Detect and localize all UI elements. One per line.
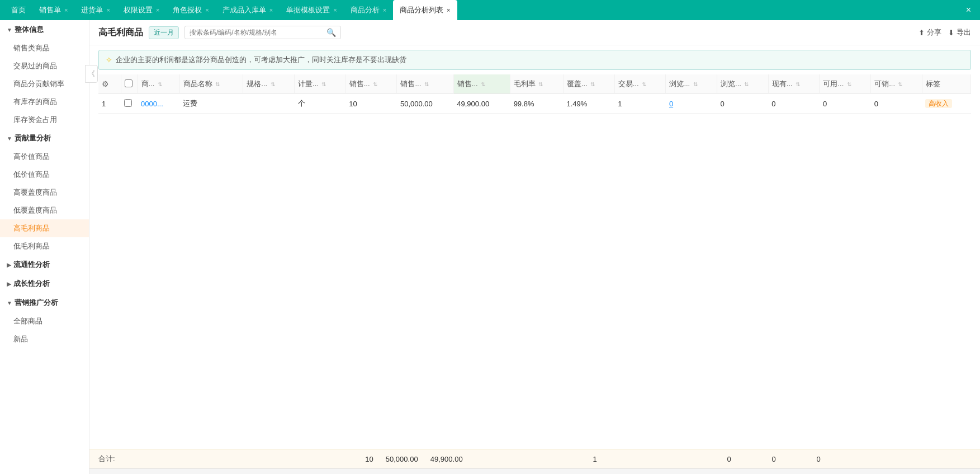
tab-product-analysis-list[interactable]: 商品分析列表 × [393,0,457,20]
close-tab-analysis-list[interactable]: × [447,7,450,13]
sort-icon-browse2[interactable]: ⇅ [744,81,749,87]
sidebar: ▼ 整体信息 销售类商品 交易过的商品 商品分贡献销率 有库存的商品 库存资金占… [0,20,89,474]
sidebar-item-in-stock-goods[interactable]: 有库存的商品 [0,93,89,111]
close-tab-product-analysis[interactable]: × [383,7,386,13]
page-title: 高毛利商品 [98,27,143,39]
row-checkbox[interactable] [124,99,132,107]
footer-browse2 [645,455,690,463]
close-tab-template[interactable]: × [333,7,337,13]
sort-icon-code[interactable]: ⇅ [158,81,162,87]
sort-icon-spec[interactable]: ⇅ [271,81,275,87]
table-row: 1 0000... 运费 个 10 50,000.00 49,900.00 99… [98,94,971,114]
cell-spec [243,94,295,114]
col-browse2: 浏览... ⇅ [717,74,769,94]
tab-sales-order[interactable]: 销售单 × [32,0,74,20]
sidebar-item-sales-goods[interactable]: 销售类商品 [0,39,89,57]
cell-index: 1 [98,94,121,114]
sort-icon-sales-amt[interactable]: ⇅ [424,81,429,87]
cell-sellable: 0 [871,94,922,114]
share-icon: ⬆ [919,29,925,37]
cell-sales-amt2: 49,900.00 [453,94,510,114]
sort-icon-sales-qty[interactable]: ⇅ [373,81,377,87]
tab-product-storage[interactable]: 产成品入库单 × [216,0,280,20]
sidebar-item-high-coverage[interactable]: 高覆盖度商品 [0,184,89,201]
footer-cells: 10 50,000.00 49,900.00 1 0 0 0 [120,455,971,463]
sidebar-item-low-coverage[interactable]: 低覆盖度商品 [0,201,89,219]
sort-icon-current[interactable]: ⇅ [796,81,800,87]
sidebar-item-all-goods[interactable]: 全部商品 [0,312,89,330]
horizontal-scrollbar[interactable] [89,468,980,474]
settings-icon[interactable]: ⚙ [102,79,109,88]
sidebar-collapse-btn[interactable]: 《 [85,65,98,83]
table-header-row: ⚙ 商... ⇅ 商品名称 ⇅ [98,74,971,94]
tab-product-analysis[interactable]: 商品分析 × [344,0,393,20]
col-sales-amt2: 销售... ⇅ [453,74,510,94]
tab-role-auth[interactable]: 角色授权 × [166,0,215,20]
close-tab-sales-order[interactable]: × [64,7,68,13]
close-tab-purchase-order[interactable]: × [106,7,110,13]
sort-icon-coverage[interactable]: ⇅ [590,81,595,87]
sort-icon-gross-rate[interactable]: ⇅ [538,81,543,87]
sidebar-group-overall[interactable]: ▼ 整体信息 [0,20,89,39]
close-tab-permission[interactable]: × [156,7,159,13]
tab-home[interactable]: 首页 [4,0,32,20]
cell-sales-amt: 50,000.00 [397,94,453,114]
cell-current: 0 [768,94,820,114]
tab-template-settings[interactable]: 单据模板设置 × [280,0,343,20]
arrow-marketing: ▼ [7,300,12,306]
sort-icon-browse1[interactable]: ⇅ [693,81,698,87]
share-btn[interactable]: ⬆ 分享 [919,27,941,37]
cell-browse1[interactable]: 0 [666,94,717,114]
sidebar-item-high-margin[interactable]: 高毛利商品 [0,219,89,237]
sidebar-item-sales-contribution[interactable]: 商品分贡献销率 [0,75,89,93]
sort-icon-sales-amt2[interactable]: ⇅ [481,81,485,87]
search-icon[interactable]: 🔍 [326,28,336,37]
tab-purchase-order[interactable]: 进货单 × [74,0,116,20]
sidebar-item-low-margin[interactable]: 低毛利商品 [0,237,89,255]
info-banner: ✧ 企业的主要的利润都是这部分商品创造的，可考虑加大推广，同时关注库存是不要出现… [98,50,971,70]
sidebar-group-liquidity[interactable]: ▶ 流通性分析 [0,255,89,274]
sort-icon-name[interactable]: ⇅ [215,81,220,87]
footer-sellable: 0 [779,455,824,463]
search-box: 🔍 [184,26,341,39]
sidebar-group-marketing[interactable]: ▼ 营销推广分析 [0,293,89,312]
footer-spacer-idx [120,455,142,463]
footer-spacer-spec [259,455,299,463]
sidebar-item-traded-goods[interactable]: 交易过的商品 [0,57,89,75]
header-actions: ⬆ 分享 ⬇ 导出 [919,27,971,37]
col-name: 商品名称 ⇅ [179,74,243,94]
cell-code[interactable]: 0000... [138,94,179,114]
sidebar-item-new-goods[interactable]: 新品 [0,330,89,348]
sort-icon-trade[interactable]: ⇅ [642,81,646,87]
footer-sales-qty: 10 [332,455,377,463]
cell-tag: 高收入 [922,94,970,114]
sort-icon-available[interactable]: ⇅ [847,81,851,87]
tab-permission-settings[interactable]: 权限设置 × [117,0,166,20]
export-btn[interactable]: ⬇ 导出 [948,27,971,37]
sidebar-group-contribution[interactable]: ▼ 贡献量分析 [0,129,89,148]
col-checkbox [121,74,138,94]
col-code: 商... ⇅ [138,74,179,94]
sidebar-group-growth[interactable]: ▶ 成长性分析 [0,274,89,293]
content-area: 高毛利商品 近一月 🔍 ⬆ 分享 ⬇ 导出 ✧ 企业的主要的利润都是这部分商品创… [89,20,980,474]
select-all-checkbox[interactable] [125,79,132,87]
footer-label: 合计: [98,454,115,464]
sort-icon-sellable[interactable]: ⇅ [898,81,902,87]
col-available: 可用... ⇅ [820,74,871,94]
col-unit: 计量... ⇅ [295,74,346,94]
sidebar-item-stock-capital[interactable]: 库存资金占用 [0,111,89,129]
col-gross-rate: 毛利率 ⇅ [510,74,564,94]
footer-spacer-chk [142,455,159,463]
close-tab-role-auth[interactable]: × [205,7,209,13]
close-tab-product-storage[interactable]: × [269,7,273,13]
close-window-btn[interactable]: × [962,5,976,15]
col-coverage: 覆盖... ⇅ [563,74,614,94]
footer-browse1 [600,455,645,463]
sidebar-item-high-value[interactable]: 高价值商品 [0,148,89,166]
sidebar-item-low-value[interactable]: 低价值商品 [0,166,89,184]
sort-icon-unit[interactable]: ⇅ [321,81,326,87]
filter-recent-month-btn[interactable]: 近一月 [149,26,179,39]
footer-sales-amt: 50,000.00 [377,455,422,463]
col-trade: 交易... ⇅ [614,74,666,94]
search-input[interactable] [190,29,326,36]
